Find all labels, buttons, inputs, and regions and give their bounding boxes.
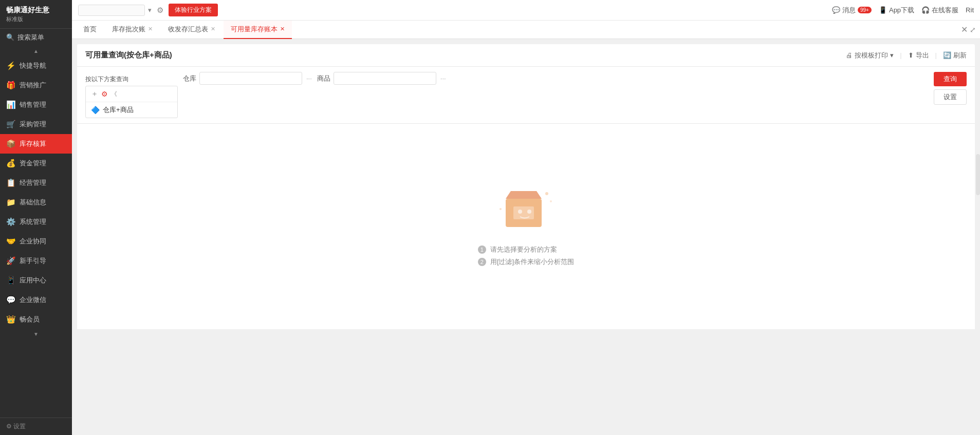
- filter-scheme-collapse-icon[interactable]: 《: [111, 90, 117, 99]
- print-label: 按模板打印: [855, 51, 888, 60]
- empty-box-svg: [495, 183, 557, 235]
- hint1-text: 请先选择要分析的方案: [490, 245, 557, 254]
- filter-scheme-item[interactable]: 🔷 仓库+商品: [86, 102, 177, 118]
- tabs-expand-icon[interactable]: ⤢: [970, 26, 976, 34]
- warehouse-label: 仓库: [183, 74, 196, 83]
- sidebar-item-system[interactable]: ⚙️ 系统管理: [0, 212, 72, 232]
- purchase-icon: 🛒: [6, 120, 15, 129]
- message-icon: 💬: [832, 6, 840, 14]
- sidebar-item-label: 畅会员: [20, 315, 40, 324]
- sidebar-item-enterprise[interactable]: 🤝 企业协同: [0, 232, 72, 251]
- marketing-icon: 🎁: [6, 81, 15, 90]
- tabs-close-all-icon[interactable]: ✕: [961, 25, 968, 34]
- refresh-icon: 🔄: [943, 51, 951, 59]
- service-label: 在线客服: [932, 6, 958, 15]
- product-input[interactable]: [334, 72, 436, 85]
- sidebar-item-inventory[interactable]: 📦 库存核算: [0, 134, 72, 154]
- sidebar-search[interactable]: 🔍 搜索菜单: [0, 29, 72, 46]
- tab-batch-account-close[interactable]: ✕: [148, 26, 153, 32]
- print-chevron-icon[interactable]: ▾: [890, 51, 894, 59]
- divider1: |: [900, 51, 901, 59]
- sidebar-item-wechat[interactable]: 💬 企业微信: [0, 290, 72, 310]
- warehouse-input[interactable]: [199, 72, 302, 85]
- tab-home[interactable]: 首页: [76, 21, 104, 39]
- finance-icon: 💰: [6, 159, 15, 168]
- query-button[interactable]: 查询: [934, 72, 967, 86]
- sidebar-item-member[interactable]: 👑 畅会员: [0, 310, 72, 329]
- topbar-username[interactable]: Rit: [966, 6, 974, 14]
- sidebar-item-label: 快捷导航: [20, 61, 46, 70]
- tab-receipt-summary-close[interactable]: ✕: [211, 26, 215, 32]
- sidebar-bottom-settings[interactable]: ⚙ 设置: [0, 418, 72, 435]
- trial-btn[interactable]: 体验行业方案: [169, 4, 218, 16]
- sidebar-item-label: 系统管理: [20, 217, 46, 226]
- enterprise-icon: 🤝: [6, 237, 15, 246]
- sidebar-item-label: 应用中心: [20, 276, 46, 285]
- message-label: 消息: [842, 6, 856, 15]
- product-more-icon[interactable]: ···: [440, 74, 446, 82]
- topbar-search-area: ▾: [78, 5, 152, 16]
- scheme-item-label: 仓库+商品: [103, 105, 134, 115]
- sidebar-logo: 畅康通好生意 标准版: [0, 0, 72, 29]
- sidebar-item-label: 经营管理: [20, 178, 46, 187]
- right-scrollbar[interactable]: [976, 154, 980, 195]
- tab-available-ledger-close[interactable]: ✕: [280, 26, 285, 32]
- sidebar-item-label: 销售管理: [20, 100, 46, 109]
- empty-hint-1: 1 请先选择要分析的方案: [478, 245, 574, 254]
- warehouse-more-icon[interactable]: ···: [306, 74, 312, 82]
- export-btn[interactable]: ⬆ 导出: [908, 51, 929, 60]
- apps-icon: 📱: [6, 276, 15, 285]
- refresh-btn[interactable]: 🔄 刷新: [943, 51, 967, 60]
- page-header: 可用量查询(按仓库+商品) 🖨 按模板打印 ▾ | ⬆ 导出 | 🔄 刷新: [77, 44, 975, 67]
- sidebar-item-newbie[interactable]: 🚀 新手引导: [0, 251, 72, 271]
- sidebar-item-basic[interactable]: 📁 基础信息: [0, 193, 72, 212]
- filter-label: 按以下方案查询: [85, 75, 128, 84]
- sidebar-item-label: 资金管理: [20, 159, 46, 168]
- sidebar: 畅康通好生意 标准版 🔍 搜索菜单 ▲ ⚡ 快捷导航 🎁 营销推广 📊 销售管理…: [0, 0, 72, 435]
- hint2-num: 2: [478, 258, 486, 266]
- topbar-online-service[interactable]: 🎧 在线客服: [921, 6, 958, 15]
- search-icon: 🔍: [6, 33, 14, 41]
- settings-button[interactable]: 设置: [934, 89, 967, 105]
- product-label: 商品: [317, 74, 330, 83]
- svg-marker-1: [506, 191, 542, 199]
- sidebar-item-purchase[interactable]: 🛒 采购管理: [0, 115, 72, 134]
- sidebar-item-label: 企业协同: [20, 237, 46, 246]
- empty-illustration: [495, 183, 557, 235]
- topbar-search-input[interactable]: [78, 5, 145, 16]
- topbar-gear-icon[interactable]: ⚙: [157, 6, 163, 15]
- sidebar-item-quick-nav[interactable]: ⚡ 快捷导航: [0, 56, 72, 75]
- sidebar-item-marketing[interactable]: 🎁 营销推广: [0, 75, 72, 95]
- sidebar-item-sales[interactable]: 📊 销售管理: [0, 95, 72, 115]
- system-icon: ⚙️: [6, 217, 15, 226]
- filter-scheme-add-icon[interactable]: ＋: [91, 89, 98, 99]
- filter-field-warehouse: 仓库 ···: [183, 72, 312, 85]
- filter-scheme-panel: ＋ ⚙ 《 🔷 仓库+商品: [85, 86, 178, 118]
- sidebar-scroll-up[interactable]: ▲: [0, 46, 72, 56]
- topbar-message[interactable]: 💬 消息 99+: [832, 6, 872, 15]
- filter-scheme-header: ＋ ⚙ 《: [86, 86, 177, 102]
- svg-point-3: [518, 210, 522, 214]
- hint2-text: 用[过滤]条件来缩小分析范围: [490, 257, 574, 267]
- print-btn[interactable]: 🖨 按模板打印 ▾: [846, 51, 894, 60]
- tab-available-ledger[interactable]: 可用量库存账本 ✕: [224, 21, 292, 39]
- sidebar-item-finance[interactable]: 💰 资金管理: [0, 154, 72, 173]
- tab-home-label: 首页: [83, 25, 97, 34]
- sidebar-search-label: 搜索菜单: [17, 33, 44, 42]
- refresh-label: 刷新: [953, 51, 967, 60]
- sidebar-item-label: 采购管理: [20, 120, 46, 129]
- tab-available-ledger-label: 可用量库存账本: [231, 25, 278, 34]
- topbar-chevron-icon[interactable]: ▾: [148, 6, 152, 14]
- member-icon: 👑: [6, 315, 15, 324]
- content-area: 可用量查询(按仓库+商品) 🖨 按模板打印 ▾ | ⬆ 导出 | 🔄 刷新: [72, 39, 980, 435]
- sidebar-item-operations[interactable]: 📋 经营管理: [0, 173, 72, 193]
- filter-field-product: 商品 ···: [317, 72, 446, 85]
- sidebar-item-apps[interactable]: 📱 应用中心: [0, 271, 72, 290]
- tab-batch-account[interactable]: 库存批次账 ✕: [105, 21, 160, 39]
- topbar-app-download[interactable]: 📱 App下载: [879, 6, 914, 15]
- filter-scheme-gear-icon[interactable]: ⚙: [101, 90, 108, 98]
- filter-row: 仓库 ··· 商品 ···: [183, 72, 929, 85]
- tab-receipt-summary[interactable]: 收发存汇总表 ✕: [161, 21, 223, 39]
- sidebar-scroll-down[interactable]: ▼: [0, 329, 72, 339]
- message-badge: 99+: [858, 7, 872, 13]
